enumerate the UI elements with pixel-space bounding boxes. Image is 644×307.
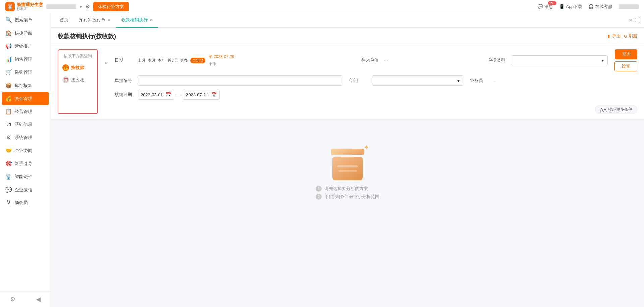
- date-btn-this-year[interactable]: 本年: [158, 58, 166, 63]
- export-button[interactable]: ⬆ 导出: [607, 33, 621, 39]
- sidebar-item-finance[interactable]: 💰 资金管理: [2, 92, 49, 105]
- refresh-button[interactable]: ↻ 刷新: [624, 33, 637, 39]
- gear-icon[interactable]: ⚙: [85, 3, 90, 10]
- date-btn-last-month[interactable]: 上月: [138, 58, 146, 63]
- cooperation-icon: 🤝: [5, 147, 12, 154]
- doc-type-select[interactable]: ▾: [511, 55, 608, 65]
- sparkle-icon: ✦: [364, 143, 369, 151]
- party-filter-item: 往来单位 ···: [361, 57, 481, 63]
- filter-sidebar: 按以下方案查询 💰 按收款 ⏰ 按应收: [58, 49, 98, 114]
- sidebar-collapse-icon[interactable]: ◀: [33, 294, 43, 304]
- tab-close-icon[interactable]: ✕: [628, 17, 633, 23]
- filter-area: 按以下方案查询 💰 按收款 ⏰ 按应收 «: [51, 44, 644, 120]
- phone-icon: 📱: [559, 4, 565, 9]
- logo-icon: 🐰: [5, 2, 15, 11]
- settings-button[interactable]: 设置: [614, 61, 637, 71]
- page-header-actions: ⬆ 导出 ↻ 刷新: [607, 33, 637, 39]
- action-buttons: 查询 设置: [614, 49, 637, 71]
- sidebar-item-label: 资金管理: [15, 96, 32, 102]
- date-btn-7days[interactable]: 近7天: [168, 58, 178, 63]
- vip-icon: V: [5, 200, 12, 206]
- collapse-up-icon: ⋀⋀: [600, 107, 607, 112]
- calendar-start-icon: 📅: [166, 92, 171, 97]
- hardware-icon: 📡: [5, 173, 12, 180]
- search-menu-icon: 🔍: [5, 17, 12, 23]
- collapse-more-button[interactable]: ⋀⋀ 收起更多条件: [595, 105, 637, 114]
- sidebar-item-wechat[interactable]: 💬 企业微信: [0, 183, 51, 196]
- headset-icon: 🎧: [588, 4, 594, 9]
- sidebar-item-guide[interactable]: 🎯 新手引导: [0, 157, 51, 170]
- brand-sub: 标准版: [17, 7, 43, 11]
- date-btn-this-month[interactable]: 本月: [148, 58, 156, 63]
- filter-row-2: 单据编号 部门 ▾ 业务员: [115, 75, 637, 86]
- sidebar-item-cooperation[interactable]: 🤝 企业协同: [0, 144, 51, 157]
- filter-option-by-receipt[interactable]: 💰 按收款: [58, 62, 97, 74]
- receivable-icon: ⏰: [62, 76, 69, 83]
- sidebar-item-system[interactable]: ⚙ 系统管理: [0, 131, 51, 144]
- tab-bar-right: ✕ ⛶: [628, 17, 641, 23]
- hint-text-2: 用[过滤]条件来缩小分析范围: [324, 194, 379, 200]
- sidebar-item-inventory[interactable]: 📦 库存核算: [0, 79, 51, 92]
- sidebar-settings-icon[interactable]: ⚙: [7, 294, 18, 304]
- sidebar-item-hardware[interactable]: 📡 智能硬件: [0, 170, 51, 183]
- tab-writeoff-label: 收款核销执行: [121, 17, 148, 23]
- filter-option-by-receipt-label: 按收款: [71, 65, 84, 71]
- main-layout: 🔍 搜索菜单 🏠 快捷导航 📢 营销推广 📊 销售管理 🛒 采购管理 📦 库存核…: [0, 13, 644, 307]
- brand-name: 畅捷通好生意: [17, 2, 43, 7]
- date-quick-btns: 上月 本月 本年 近7天 更多 自定义 至 2023-07-26 不限: [138, 54, 234, 67]
- tab-fullscreen-icon[interactable]: ⛶: [635, 17, 641, 23]
- dropdown-arrow-icon[interactable]: ▾: [80, 4, 82, 9]
- writeoff-date-range: 2023-03-01 📅 — 2023-07-21 📅: [138, 90, 220, 100]
- empty-illustration: ✦: [321, 140, 374, 180]
- sidebar-item-management[interactable]: 📋 经营管理: [0, 105, 51, 118]
- inventory-icon: 📦: [5, 82, 12, 89]
- tab-prepay-close-icon[interactable]: ✕: [107, 18, 111, 22]
- receipt-icon: 💰: [62, 64, 69, 71]
- party-dots-icon[interactable]: ···: [384, 58, 388, 63]
- tab-prepay[interactable]: 预付冲应付单 ✕: [74, 13, 116, 28]
- query-button[interactable]: 查询: [615, 49, 637, 59]
- sidebar-item-marketing[interactable]: 📢 营销推广: [0, 40, 51, 53]
- logo: 🐰 畅捷通好生意 标准版: [5, 2, 43, 11]
- writeoff-end-date[interactable]: 2023-07-21 📅: [183, 90, 220, 100]
- refresh-icon: ↻: [624, 34, 627, 39]
- industry-button[interactable]: 休验行业方案: [93, 2, 129, 11]
- sidebar-item-vip[interactable]: V 畅会员: [0, 196, 51, 209]
- staff-dots-icon[interactable]: ···: [493, 78, 497, 83]
- empty-hint-1: 1 请先选择要分析的方案: [316, 186, 379, 192]
- filter-row-1: 日期 上月 本月 本年 近7天 更多 自定义 至 2023-07-26: [115, 49, 637, 71]
- filter-collapse-button[interactable]: «: [103, 59, 109, 66]
- management-icon: 📋: [5, 108, 12, 115]
- basic-info-icon: 🗂: [5, 121, 12, 127]
- sidebar-item-label: 销售管理: [15, 56, 32, 62]
- sidebar-item-label: 智能硬件: [15, 174, 32, 180]
- writeoff-start-date[interactable]: 2023-03-01 📅: [138, 90, 174, 100]
- sidebar-item-label: 库存核算: [15, 83, 32, 89]
- user-avatar: [619, 4, 639, 9]
- filter-option-by-receivable[interactable]: ⏰ 按应收: [58, 74, 97, 86]
- tab-writeoff-close-icon[interactable]: ✕: [150, 18, 153, 22]
- dept-select[interactable]: ▾: [372, 75, 463, 86]
- sidebar-item-sales[interactable]: 📊 销售管理: [0, 53, 51, 66]
- sidebar-item-label: 采购管理: [15, 69, 32, 75]
- app-download-item[interactable]: 📱 App下载: [559, 4, 582, 10]
- tab-writeoff[interactable]: 收款核销执行 ✕: [116, 13, 158, 28]
- tab-home[interactable]: 首页: [54, 13, 74, 28]
- doc-no-label: 单据编号: [115, 78, 135, 84]
- sidebar-item-label: 企业微信: [15, 187, 32, 193]
- message-badge: 99+: [548, 1, 556, 5]
- sidebar-item-label: 营销推广: [15, 43, 32, 49]
- sidebar-item-quick-nav[interactable]: 🏠 快捷导航: [0, 27, 51, 40]
- empty-hint-2: 2 用[过滤]条件来缩小分析范围: [316, 194, 379, 200]
- sidebar-item-search-menu[interactable]: 🔍 搜索菜单: [0, 13, 51, 27]
- purchase-icon: 🛒: [5, 69, 12, 75]
- date-btn-more[interactable]: 更多: [180, 58, 188, 63]
- tab-bar-left: 首页 预付冲应付单 ✕ 收款核销执行 ✕: [54, 13, 158, 28]
- message-item[interactable]: 💬 消息 99+: [538, 4, 553, 10]
- hint-num-1: 1: [316, 186, 322, 192]
- sidebar-item-basic-info[interactable]: 🗂 基础信息: [0, 118, 51, 131]
- sidebar-item-purchase[interactable]: 🛒 采购管理: [0, 66, 51, 79]
- online-service-item[interactable]: 🎧 在线客服: [588, 4, 612, 10]
- doc-no-input[interactable]: [138, 75, 342, 86]
- date-custom-badge[interactable]: 自定义: [190, 58, 205, 63]
